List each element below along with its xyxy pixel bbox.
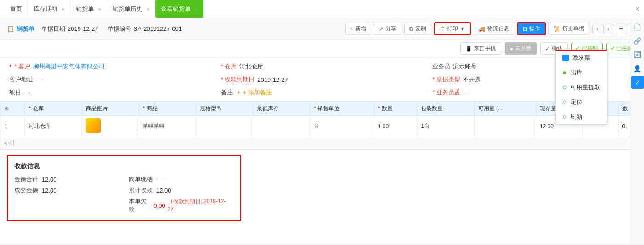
- copy-icon: ⧉: [409, 26, 413, 32]
- customer-field: * * 客户 柳州粤港平安气体有限公司: [9, 63, 212, 71]
- from-mobile-button[interactable]: 📱 来自手机: [460, 42, 501, 55]
- next-button[interactable]: ›: [603, 24, 613, 34]
- product-image: [86, 118, 101, 133]
- tab-home-label: 首页: [10, 5, 22, 13]
- outstanding-label: 本单欠款: [129, 197, 151, 214]
- row-product: 嘻嘻嘻嘻: [139, 116, 196, 137]
- refresh-item[interactable]: ○ 刷新: [556, 109, 607, 124]
- grid-icon: ⊞: [523, 26, 527, 32]
- cumulative-row: 累计收款 12.00: [129, 186, 234, 194]
- settings-icon[interactable]: ⚙: [4, 106, 9, 112]
- print-icon: 🖨: [440, 26, 445, 32]
- new-button[interactable]: + 新增: [345, 23, 371, 35]
- prev-button[interactable]: ‹: [592, 24, 602, 34]
- doc-title-text: 销货单: [17, 25, 34, 33]
- due-date-label: * 收款到期日: [221, 75, 255, 84]
- list-view-button[interactable]: ☰: [616, 24, 626, 34]
- project-value: —: [24, 89, 30, 96]
- truck-icon: 🚚: [479, 26, 486, 32]
- cumulative-value: 12.00: [156, 187, 171, 194]
- note-label: 备注: [221, 88, 233, 97]
- tab-sales-history-close[interactable]: ×: [147, 6, 149, 12]
- row-product-img: [82, 116, 139, 137]
- sidebar-icon-link[interactable]: 🔗: [631, 34, 644, 47]
- transaction-value: 12.00: [42, 187, 57, 194]
- same-order-label: 同单现结: [129, 175, 153, 183]
- tab-inventory-close[interactable]: ×: [62, 6, 64, 12]
- main-content: 📋 销货单 单据日期 2019-12-27 单据编号 SA-20191227-0…: [0, 18, 644, 244]
- right-sidebar: 📄 🔗 🔄 👤 ⤢: [630, 18, 644, 244]
- address-label: 客户地址: [9, 75, 33, 84]
- window-close-button[interactable]: ×: [635, 5, 639, 13]
- col-spec: 规格型号: [196, 102, 253, 116]
- add-invoice-item[interactable]: 添发票: [556, 51, 607, 65]
- available-qty-item[interactable]: ○ 可用量提取: [556, 80, 607, 95]
- tab-inventory-label: 库存期初: [34, 5, 57, 13]
- sidebar-icon-refresh[interactable]: 🔄: [631, 48, 644, 61]
- locate-item[interactable]: ○ 定位: [556, 95, 607, 109]
- doc-meta: 单据日期 2019-12-27 单据编号 SA-20191227-001: [41, 25, 182, 33]
- doc-icon: 📋: [7, 25, 14, 32]
- share-button[interactable]: ↗ 分享: [374, 23, 401, 35]
- print-button[interactable]: 🖨 打印 ▼: [434, 22, 471, 35]
- tab-view-sales-label: 查看销货单: [161, 5, 191, 13]
- tab-sales-history[interactable]: 销货单历史 ×: [107, 0, 155, 18]
- total-amount-row: 金额合计 12.00: [14, 175, 119, 183]
- tab-sales-history-label: 销货单历史: [113, 5, 142, 13]
- tab-view-sales[interactable]: 查看销货单 ×: [155, 0, 203, 18]
- col-qty: * 数量: [374, 102, 417, 116]
- operate-dropdown: 添发票 ● 出库 ○ 可用量提取 ○ 定位 ○ 刷新: [555, 50, 607, 125]
- history-button[interactable]: 📜 历史单据: [548, 23, 589, 35]
- subtotal-label: 小计: [0, 137, 644, 150]
- sidebar-icon-user[interactable]: 👤: [631, 62, 644, 75]
- tab-home[interactable]: 首页: [5, 0, 28, 18]
- doc-number-label: 单据编号 SA-20191227-001: [107, 25, 182, 33]
- cumulative-label: 累计收款: [129, 186, 153, 194]
- warehouse-field: * 仓库 河北仓库: [221, 63, 424, 71]
- invoice-label: * 票据类型: [432, 75, 460, 84]
- note-field: 备注 ＋ + 添加备注: [221, 88, 424, 97]
- tab-bar: 首页 库存期初 × 销货单 × 销货单历史 × 查看销货单 × ×: [0, 0, 644, 18]
- col-min-stock: 最低库存: [253, 102, 310, 116]
- customer-value[interactable]: 柳州粤港平安气体有限公司: [33, 63, 105, 71]
- col-settings[interactable]: ⚙: [0, 102, 25, 116]
- due-date-note: （收款到期日: 2019-12-27）: [168, 198, 234, 213]
- tab-sales-close[interactable]: ×: [98, 6, 101, 12]
- share-icon: ↗: [379, 26, 384, 32]
- row-warehouse: 河北仓库: [25, 116, 82, 137]
- check-circle-icon2: ✓: [610, 45, 615, 51]
- payment-title: 收款信息: [14, 162, 234, 171]
- same-order-row: 同单现结 —: [129, 175, 234, 183]
- sidebar-icon-expand[interactable]: ⤢: [631, 76, 644, 89]
- tab-inventory[interactable]: 库存期初 ×: [28, 0, 70, 18]
- col-pkg-qty: 包装数量: [417, 102, 474, 116]
- invoice-icon: ●: [510, 46, 513, 52]
- staff2-label: * 业务员孟: [432, 88, 460, 97]
- outbound-item[interactable]: ● 出库: [556, 65, 607, 80]
- history-icon: 📜: [554, 26, 560, 32]
- staff-label: 业务员: [432, 63, 450, 71]
- sidebar-icon-doc[interactable]: 📄: [631, 21, 644, 34]
- operate-button[interactable]: ⊞ 操作: [517, 22, 546, 35]
- invoice-value: 不开票: [463, 75, 481, 84]
- tab-sales[interactable]: 销货单 ×: [70, 0, 107, 18]
- add-note-button[interactable]: ＋ + 添加备注: [236, 88, 272, 97]
- tab-view-sales-close[interactable]: ×: [195, 6, 198, 12]
- row-qty: 1.00: [374, 116, 417, 137]
- mobile-icon: 📱: [465, 46, 472, 52]
- customer-label-text: * 客户: [14, 63, 30, 71]
- same-order-value: —: [156, 176, 162, 183]
- not-open-button[interactable]: ● 未开票: [505, 42, 537, 55]
- table-row: 1 河北仓库 嘻嘻嘻嘻 台 1.00 1台 12.00 0.: [0, 116, 644, 137]
- project-label: 项目: [9, 88, 21, 97]
- table-wrap: ⚙ * 仓库 商品图片 * 商品 规格型号 最低库存 * 销售单位 * 数量 包…: [0, 102, 644, 150]
- items-table: ⚙ * 仓库 商品图片 * 商品 规格型号 最低库存 * 销售单位 * 数量 包…: [0, 102, 644, 150]
- project-field: 项目 —: [9, 88, 212, 97]
- logistics-button[interactable]: 🚚 物流信息: [474, 23, 514, 35]
- row-unit: 台: [310, 116, 374, 137]
- col-product: * 商品: [139, 102, 196, 116]
- customer-label: *: [9, 63, 11, 70]
- copy-button[interactable]: ⧉ 复制: [404, 23, 431, 35]
- plus-icon: ＋: [236, 88, 242, 97]
- due-date-value: 2019-12-27: [257, 76, 288, 83]
